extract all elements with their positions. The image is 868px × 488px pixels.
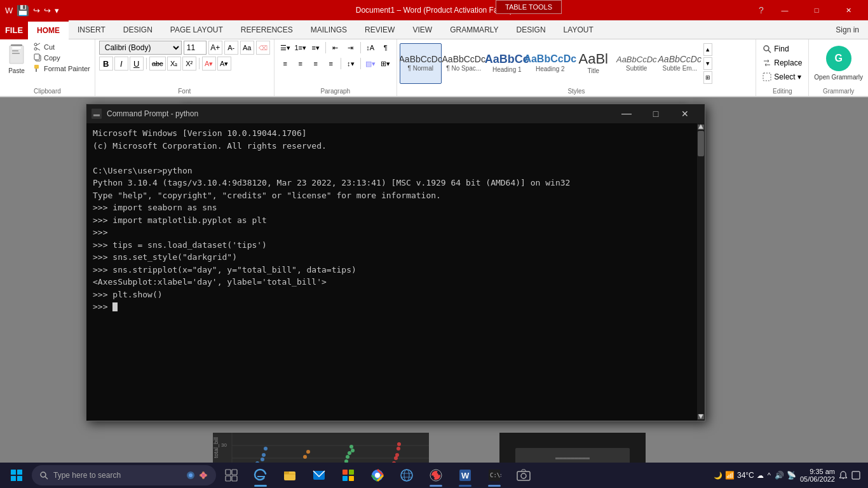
cmd-maximize-button[interactable]: □ (641, 104, 670, 123)
cmd-close-button[interactable]: ✕ (670, 104, 700, 123)
font-size-decrease-button[interactable]: A- (224, 41, 238, 55)
style-subtitle[interactable]: AaBbCcDc Subtitle (616, 43, 658, 84)
tab-references[interactable]: REFERENCES (232, 20, 302, 39)
action-center[interactable] (839, 471, 848, 480)
change-case-button[interactable]: Aa (240, 41, 254, 55)
taskbar-app-cmd[interactable]: C:\> (480, 463, 508, 488)
network-icon[interactable]: 📶 (725, 471, 735, 480)
format-painter-button[interactable]: Format Painter (32, 64, 92, 73)
cmd-minimize-button[interactable]: — (612, 104, 641, 123)
borders-button[interactable]: ⊞▾ (379, 57, 393, 71)
battery-icon[interactable]: 🌙 (714, 471, 722, 480)
bullets-button[interactable]: ☰▾ (278, 41, 292, 55)
font-size-input[interactable] (184, 41, 207, 55)
cmd-scrollbar[interactable]: ▲ ▼ (697, 123, 705, 421)
styles-scroll-up-button[interactable]: ▲ (703, 43, 712, 56)
volume-icon[interactable]: 🔊 (775, 471, 784, 480)
superscript-button[interactable]: X² (182, 57, 196, 71)
underline-button[interactable]: U (130, 57, 144, 71)
numbering-button[interactable]: 1≡▾ (294, 41, 308, 55)
text-highlight-button[interactable]: A▾ (202, 57, 216, 71)
cut-button[interactable]: Cut (32, 42, 92, 51)
italic-button[interactable]: I (114, 57, 128, 71)
word-icon[interactable]: W (5, 6, 13, 15)
tab-grammarly[interactable]: GRAMMARLY (441, 20, 507, 39)
taskbar-app-browser[interactable] (393, 463, 421, 488)
start-button[interactable] (3, 463, 31, 488)
clear-formatting-button[interactable]: ⌫ (256, 41, 270, 55)
line-spacing-button[interactable]: ↕▾ (344, 57, 358, 71)
taskbar-app-edge[interactable] (247, 463, 275, 488)
replace-button[interactable]: Replace (760, 57, 804, 69)
clock-display[interactable]: 9:35 am 05/06/2022 (800, 468, 835, 483)
taskbar-app-store[interactable] (334, 463, 362, 488)
justify-button[interactable]: ≡ (324, 57, 338, 71)
style-heading1[interactable]: AaBbCc Heading 1 (486, 43, 528, 84)
temp-display[interactable]: 34°C (737, 471, 754, 480)
taskbar-app-word[interactable]: W (451, 463, 479, 488)
chevron-up-icon[interactable]: ^ (768, 471, 771, 479)
grammarly-icon[interactable]: G (826, 46, 851, 71)
customize-icon[interactable]: ▾ (55, 6, 59, 15)
increase-indent-button[interactable]: ⇥ (344, 41, 358, 55)
cloud-icon[interactable]: ☁ (757, 471, 764, 480)
styles-scroll-down-button[interactable]: ▼ (703, 57, 712, 70)
redo-icon[interactable]: ↪ (44, 6, 51, 15)
help-icon[interactable]: ? (755, 5, 768, 15)
style-title[interactable]: AaBl Title (573, 43, 614, 84)
taskbar-app-files[interactable] (276, 463, 304, 488)
cmd-window[interactable]: ▬ Command Prompt - python — □ ✕ ▲ ▼ Micr… (86, 104, 705, 421)
paste-button[interactable]: Paste (3, 41, 31, 86)
show-desktop[interactable] (851, 471, 860, 480)
tab-layout[interactable]: LAYOUT (555, 20, 602, 39)
font-size-increase-button[interactable]: A+ (208, 41, 222, 55)
tab-review[interactable]: REVIEW (356, 20, 403, 39)
sort-button[interactable]: ↕A (363, 41, 377, 55)
tab-page-layout[interactable]: PAGE LAYOUT (161, 20, 232, 39)
shading-button[interactable]: ▧▾ (363, 57, 377, 71)
align-center-button[interactable]: ≡ (294, 57, 308, 71)
tab-insert[interactable]: INSERT (69, 20, 114, 39)
taskbar-search[interactable]: Type here to search (32, 465, 216, 485)
save-icon[interactable]: 💾 (17, 4, 29, 17)
align-right-button[interactable]: ≡ (309, 57, 323, 71)
subscript-button[interactable]: X₂ (167, 57, 181, 71)
show-hide-button[interactable]: ¶ (379, 41, 393, 55)
font-family-select[interactable]: Calibri (Body) (99, 41, 182, 55)
taskbar-app-mail[interactable] (305, 463, 333, 488)
styles-expand-button[interactable]: ⊞ (703, 71, 712, 84)
minimize-button[interactable]: — (770, 0, 799, 20)
style-heading2[interactable]: AaBbCcDc Heading 2 (529, 43, 571, 84)
taskbar-app-chrome[interactable] (363, 463, 391, 488)
style-normal[interactable]: AaBbCcDc ¶ Normal (400, 43, 442, 84)
undo-icon[interactable]: ↩ (33, 6, 40, 15)
cmd-body[interactable]: ▲ ▼ Microsoft Windows [Version 10.0.1904… (86, 123, 705, 421)
maximize-button[interactable]: □ (802, 0, 831, 20)
cmd-scroll-up[interactable]: ▲ (698, 125, 704, 130)
wifi-icon[interactable]: 📡 (787, 471, 796, 480)
cmd-scroll-down[interactable]: ▼ (698, 414, 704, 419)
copy-button[interactable]: Copy (32, 53, 92, 62)
tab-design[interactable]: DESIGN (114, 20, 161, 39)
tab-mailings[interactable]: MAILINGS (302, 20, 356, 39)
align-left-button[interactable]: ≡ (278, 57, 292, 71)
cmd-scroll-thumb[interactable] (698, 131, 704, 156)
select-button[interactable]: Select ▾ (760, 71, 804, 83)
style-subtle-em[interactable]: AaBbCcDc Subtle Em... (659, 43, 701, 84)
task-view-button[interactable] (217, 463, 245, 488)
taskbar-app-camera[interactable] (510, 463, 538, 488)
font-color-button[interactable]: A▾ (217, 57, 231, 71)
close-button[interactable]: ✕ (834, 0, 863, 20)
tab-view[interactable]: VIEW (403, 20, 441, 39)
bold-button[interactable]: B (99, 57, 113, 71)
tab-design2[interactable]: DESIGN (508, 20, 555, 39)
tab-home[interactable]: HOME (28, 20, 69, 39)
strikethrough-button[interactable]: abc (149, 57, 166, 71)
multilevel-button[interactable]: ≡▾ (309, 41, 323, 55)
style-no-spacing[interactable]: AaBbCcDc ¶ No Spac... (443, 43, 485, 84)
decrease-indent-button[interactable]: ⇤ (329, 41, 342, 55)
tab-file[interactable]: FILE (0, 20, 28, 39)
taskbar-app-chrome2[interactable] (422, 463, 450, 488)
sign-in-link[interactable]: Sign in (827, 20, 868, 39)
find-button[interactable]: Find (760, 43, 804, 55)
